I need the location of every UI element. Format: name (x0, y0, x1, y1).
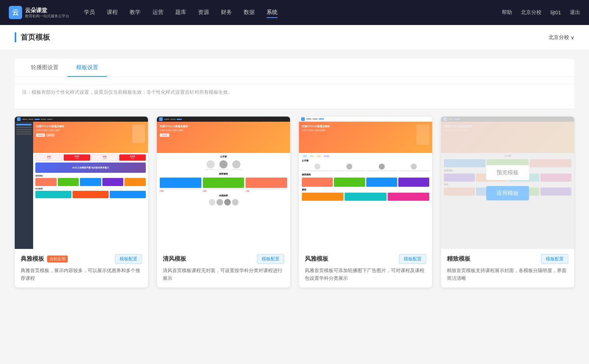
config-button-3[interactable]: 模板配置 (399, 254, 426, 264)
template-footer-4: 精致模板 模板配置 精致首页模板支持课程展示封面，各模板分隔明显，界面简洁清晰 (441, 249, 574, 288)
template-name-left-1: 典雅模板 当前应用 (21, 255, 68, 263)
branch-link[interactable]: 北京分校 (521, 9, 542, 16)
tab-template[interactable]: 模板设置 (67, 59, 107, 77)
template-card-qingFeng: 托福TPO1-54真题及解析全考点·全技能·全题型·全解析 立即购买 公开课 (157, 117, 290, 288)
template-desc-4: 精致首页模板支持课程展示封面，各模板分隔明显，界面简洁清晰 (447, 267, 568, 282)
logo: 云 云朵课堂 教育机构一站式服务云平台 (9, 6, 69, 19)
template-card-fengYa: 托福TPO1-54真题及解析全考点·全技能·全题型·全解析 雅思 托福 考研 四… (299, 117, 432, 288)
template-name-2: 清风模板 (163, 255, 186, 263)
config-button-4[interactable]: 模板配置 (541, 254, 568, 264)
preview-template-button-4[interactable]: 预览模板 (486, 165, 529, 180)
branch-selector[interactable]: 北京分校 ∨ (549, 34, 574, 41)
template-name-row-4: 精致模板 模板配置 (447, 254, 568, 264)
logo-icon: 云 (9, 6, 22, 19)
template-name-row-3: 风雅模板 模板配置 (305, 254, 426, 264)
help-link[interactable]: 帮助 (502, 9, 512, 16)
nav-item-finance[interactable]: 财务 (221, 7, 232, 18)
nav-menu: 学员 课程 教学 运营 题库 资源 财务 数据 系统 (84, 7, 502, 18)
tab-carousel[interactable]: 轮播图设置 (22, 59, 67, 77)
config-button-1[interactable]: 模板配置 (115, 254, 142, 264)
template-preview-1: 托福TPO1-54真题及解析全考点·全技能·全题型·全解析 立即购买 免费体验 (15, 117, 148, 249)
logout-link[interactable]: 退出 (570, 9, 580, 16)
template-preview-4: 托福TPO1-54真题及解析 全考点·全技能·全题型·全解析 公开课 推荐课程 (441, 117, 574, 249)
template-name-3: 风雅模板 (305, 255, 328, 263)
page-header: 首页模板 北京分校 ∨ (0, 25, 589, 50)
badge-current-1: 当前应用 (47, 256, 68, 263)
logo-text: 云朵课堂 教育机构一站式服务云平台 (25, 7, 69, 19)
template-name-left-2: 清风模板 (163, 255, 186, 263)
template-name-row-1: 典雅模板 当前应用 模板配置 (21, 254, 142, 264)
tab-bar: 轮播图设置 模板设置 (15, 59, 574, 77)
nav-item-operations[interactable]: 运营 (152, 7, 163, 18)
template-name-4: 精致模板 (447, 255, 470, 263)
template-desc-2: 清风首页模板课程无封面，可设置按学科分类对课程进行展示 (163, 267, 284, 282)
content-area: 轮播图设置 模板设置 注：模板有部分个性化样式设置，设置后仅当前模板生效；非个性… (0, 50, 589, 296)
nav-item-resources[interactable]: 资源 (198, 7, 209, 18)
template-card-dianYa: 托福TPO1-54真题及解析全考点·全技能·全题型·全解析 立即购买 免费体验 (15, 117, 148, 288)
nav-right: 帮助 北京分校 lijt01 退出 (502, 9, 580, 16)
note-text: 注：模板有部分个性化样式设置，设置后仅当前模板生效；非个性化样式设置后针对所有模… (15, 84, 574, 100)
nav-item-system[interactable]: 系统 (267, 7, 278, 18)
config-button-2[interactable]: 模板配置 (257, 254, 284, 264)
template-card-jingZhi: 托福TPO1-54真题及解析 全考点·全技能·全题型·全解析 公开课 推荐课程 (441, 117, 574, 288)
nav-item-students[interactable]: 学员 (84, 7, 95, 18)
apply-template-button-4[interactable]: 应用模板 (486, 186, 529, 200)
template-grid: 托福TPO1-54真题及解析全考点·全技能·全题型·全解析 立即购买 免费体验 (15, 117, 574, 288)
template-footer-1: 典雅模板 当前应用 模板配置 典雅首页模板，展示内容较多，可以展示优惠券和多个推… (15, 249, 148, 288)
user-menu[interactable]: lijt01 (550, 10, 561, 15)
template-desc-3: 风雅首页模板可添加轮播图下广告图片，可对课程及课程包设置学科分类展示 (305, 267, 426, 282)
chevron-down-icon: ∨ (571, 35, 574, 40)
nav-item-teaching[interactable]: 教学 (130, 7, 141, 18)
template-preview-2: 托福TPO1-54真题及解析全考点·全技能·全题型·全解析 立即购买 公开课 (157, 117, 290, 249)
template-name-row-2: 清风模板 模板配置 (163, 254, 284, 264)
template-desc-1: 典雅首页模板，展示内容较多，可以展示优惠券和多个推荐课程 (21, 267, 142, 282)
template-name-left-3: 风雅模板 (305, 255, 328, 263)
template-preview-3: 托福TPO1-54真题及解析全考点·全技能·全题型·全解析 雅思 托福 考研 四… (299, 117, 432, 249)
nav-item-data[interactable]: 数据 (244, 7, 255, 18)
navbar: 云 云朵课堂 教育机构一站式服务云平台 学员 课程 教学 运营 题库 资源 财务… (0, 0, 589, 25)
template-name-left-4: 精致模板 (447, 255, 470, 263)
template-footer-2: 清风模板 模板配置 清风首页模板课程无封面，可设置按学科分类对课程进行展示 (157, 249, 290, 288)
page-title: 首页模板 (15, 32, 50, 42)
template-footer-3: 风雅模板 模板配置 风雅首页模板可添加轮播图下广告图片，可对课程及课程包设置学科… (299, 249, 432, 288)
template-overlay-4: 预览模板 应用模板 (441, 117, 574, 249)
nav-item-questions[interactable]: 题库 (175, 7, 186, 18)
nav-item-courses[interactable]: 课程 (107, 7, 118, 18)
template-name-1: 典雅模板 (21, 255, 44, 263)
